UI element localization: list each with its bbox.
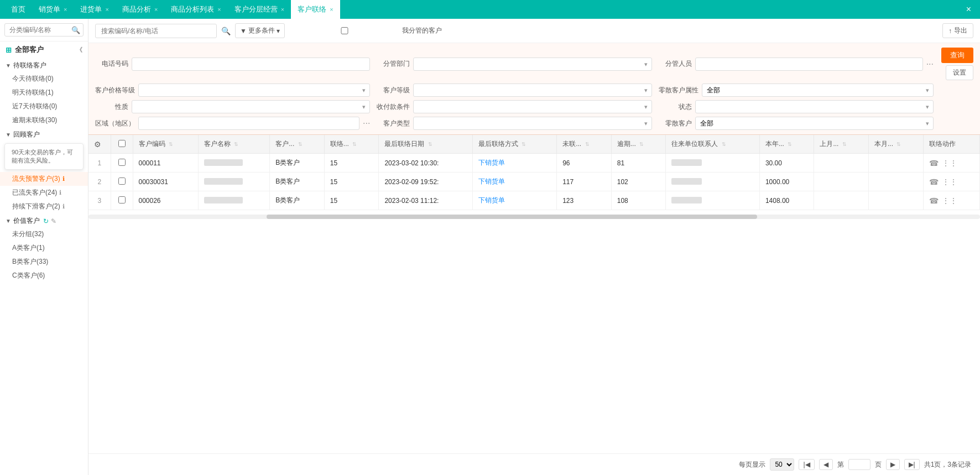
retail-customer-select[interactable]: 全部 [695, 117, 934, 130]
horizontal-scrollbar[interactable] [88, 215, 980, 219]
nav-customer-tier-close[interactable]: × [281, 6, 284, 13]
nav-product-analysis[interactable]: 商品分析 × [116, 0, 164, 19]
row-contact-icon[interactable]: ☎ [929, 178, 939, 186]
sidebar: 🔍 ⊞ 全部客户 《 ▼ 待联络客户 今天待联络(0) 明天待联络(1) 近7天… [0, 19, 88, 475]
my-customers-checkbox[interactable]: 我分管的客户 [289, 26, 442, 35]
region-input[interactable] [138, 117, 359, 130]
sort-icon-contact-person[interactable]: ⇅ [722, 142, 726, 147]
row-checkbox[interactable] [118, 196, 126, 203]
sort-icon-last-month[interactable]: ⇅ [842, 142, 847, 147]
row-contact-count: 15 [324, 191, 379, 210]
nav-home[interactable]: 首页 [4, 0, 32, 19]
sidebar-item-7days[interactable]: 近7天待联络(0) [0, 100, 88, 113]
nav-customer-tier[interactable]: 客户分层经营 × [228, 0, 291, 19]
sort-icon-contact[interactable]: ⇅ [352, 142, 357, 147]
horizontal-scroll-thumb[interactable] [267, 215, 757, 219]
nav-product-analysis-close[interactable]: × [154, 6, 158, 13]
row-last-method[interactable]: 下销货单 [472, 191, 557, 210]
next-page-button[interactable]: ▶ [886, 459, 900, 470]
blurred-name: ████████ [204, 178, 243, 185]
sidebar-item-already-lost[interactable]: 已流失客户(24) ℹ [0, 186, 88, 200]
table-settings-icon[interactable]: ⚙ [94, 140, 101, 149]
nav-purchase-close[interactable]: × [105, 6, 108, 13]
sort-icon-code[interactable]: ⇅ [169, 142, 173, 147]
search-button[interactable]: 🔍 [221, 27, 231, 35]
filter-nature: 性质 [95, 100, 370, 113]
row-checkbox[interactable] [118, 159, 126, 166]
nav-product-list-close[interactable]: × [217, 6, 221, 13]
query-button[interactable]: 查询 [941, 48, 973, 63]
sidebar-item-ungrouped[interactable]: 未分组(32) [0, 227, 88, 241]
sort-icon-this-month[interactable]: ⇅ [896, 142, 901, 147]
first-page-button[interactable]: |◀ [799, 459, 814, 470]
prev-page-button[interactable]: ◀ [819, 459, 833, 470]
row-last-method[interactable]: 下销货单 [472, 173, 557, 191]
filter-icon: ▼ [240, 27, 247, 35]
sidebar-item-class-a[interactable]: A类客户(1) [0, 241, 88, 255]
nav-customer-contact[interactable]: 客户联络 × [291, 0, 340, 19]
row-checkbox[interactable] [118, 178, 126, 185]
customer-level-select[interactable] [413, 83, 651, 97]
sidebar-item-class-b[interactable]: B类客户(33) [0, 255, 88, 269]
row-contact-icon[interactable]: ☎ [929, 196, 939, 205]
search-input[interactable] [95, 24, 217, 38]
filter-row-4: 区域（地区） ··· 客户类型 零散客户 全部 [95, 117, 973, 130]
sidebar-item-declining[interactable]: 持续下滑客户(2) ℹ [0, 200, 88, 213]
nav-product-list[interactable]: 商品分析列表 × [164, 0, 227, 19]
page-number-input[interactable]: 1 [848, 459, 870, 470]
sort-icon-last-date[interactable]: ⇅ [428, 142, 432, 147]
export-button[interactable]: ↑ 导出 [942, 23, 973, 38]
nature-select[interactable] [132, 100, 370, 113]
nav-sales[interactable]: 销货单 × [32, 0, 74, 19]
sort-icon-this-year[interactable]: ⇅ [788, 142, 792, 147]
manager-input[interactable] [695, 58, 923, 71]
sort-icon-type[interactable]: ⇅ [298, 142, 303, 147]
sidebar-group-value[interactable]: ▼ 价值客户 ↻ ✎ [0, 213, 88, 227]
sidebar-item-class-c[interactable]: C类客户(6) [0, 269, 88, 283]
nav-sales-close[interactable]: × [64, 6, 67, 13]
refresh-icon[interactable]: ↻ [43, 217, 49, 225]
row-last-method[interactable]: 下销货单 [472, 154, 557, 173]
more-filter-button[interactable]: ▼ 更多条件 ▾ [235, 23, 285, 38]
select-all-checkbox[interactable] [118, 140, 126, 147]
nav-customer-contact-close[interactable]: × [330, 6, 333, 13]
region-more-icon[interactable]: ··· [363, 119, 370, 128]
retail-attr-select[interactable]: 全部 [702, 83, 934, 97]
sidebar-group-review[interactable]: ▼ 回顾客户 [0, 127, 88, 141]
row-more-icon[interactable]: ⋮⋮ [942, 196, 957, 205]
status-select[interactable] [695, 100, 934, 113]
edit-value-icon[interactable]: ✎ [51, 217, 56, 225]
col-checkbox [111, 135, 133, 154]
sidebar-item-tomorrow[interactable]: 明天待联络(1) [0, 86, 88, 100]
row-contact-icon[interactable]: ☎ [929, 159, 939, 168]
phone-input[interactable] [132, 58, 370, 71]
sidebar-item-churn-warning[interactable]: 流失预警客户(3) ℹ [0, 172, 88, 186]
sidebar-all-customers[interactable]: ⊞ 全部客户 《 [0, 41, 88, 58]
price-level-select[interactable] [138, 83, 370, 97]
row-number: 3 [88, 191, 111, 210]
row-last-date: 2023-02-09 19:52: [379, 173, 472, 191]
row-more-icon[interactable]: ⋮⋮ [942, 159, 957, 168]
row-code: 000026 [133, 191, 198, 210]
settings-button[interactable]: 设置 [946, 65, 973, 80]
payment-select[interactable] [413, 100, 651, 113]
per-page-select[interactable]: 50 [770, 458, 794, 471]
sidebar-item-today[interactable]: 今天待联络(0) [0, 72, 88, 86]
sidebar-item-overdue[interactable]: 逾期未联络(30) [0, 113, 88, 127]
export-icon: ↑ [948, 27, 952, 35]
sort-icon-name[interactable]: ⇅ [234, 142, 238, 147]
sort-icon-unliaised[interactable]: ⇅ [585, 142, 590, 147]
customer-type-select[interactable] [413, 117, 651, 130]
dept-select[interactable] [413, 58, 651, 71]
window-close-button[interactable]: × [962, 4, 976, 14]
row-more-icon[interactable]: ⋮⋮ [942, 178, 957, 186]
last-page-button[interactable]: ▶| [904, 459, 920, 470]
table-header-row: ⚙ 客户编码 ⇅ 客户名称 ⇅ [88, 135, 980, 154]
sort-icon-last-method[interactable]: ⇅ [522, 142, 526, 147]
nav-purchase[interactable]: 进货单 × [74, 0, 115, 19]
my-customers-check[interactable] [289, 27, 400, 34]
filter-payment: 收付款条件 [377, 100, 651, 113]
sort-icon-overdue[interactable]: ⇅ [639, 142, 644, 147]
sidebar-group-pending[interactable]: ▼ 待联络客户 [0, 58, 88, 72]
manager-more-icon[interactable]: ··· [926, 60, 934, 69]
